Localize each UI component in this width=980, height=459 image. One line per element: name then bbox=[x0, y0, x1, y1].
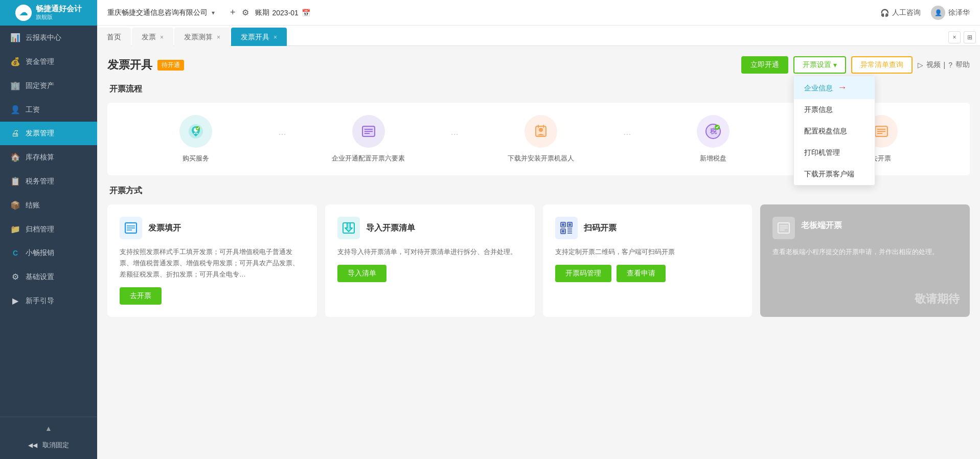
qr-manage-btn[interactable]: 开票码管理 bbox=[555, 265, 611, 282]
logo-area: ☁ 畅捷通好会计 旗舰版 bbox=[0, 0, 97, 26]
svg-rect-29 bbox=[568, 223, 571, 226]
new-guide-icon: ▶ bbox=[10, 296, 20, 306]
scan-btns: 开票码管理 查看申请 bbox=[555, 265, 740, 282]
tab-close-invoice[interactable]: × bbox=[160, 34, 164, 41]
scan-title: 扫码开票 bbox=[584, 223, 617, 234]
user-menu[interactable]: 👤 徐泽华 bbox=[931, 6, 970, 20]
sidebar-item-report-sales[interactable]: C 小畅报销 bbox=[0, 241, 97, 265]
cancel-fixed-label: 取消固定 bbox=[42, 441, 69, 450]
calendar-icon[interactable]: 📅 bbox=[302, 9, 310, 17]
settings-btn[interactable]: 开票设置 ▾ bbox=[793, 56, 846, 74]
dropdown-item-tax-disk[interactable]: 配置税盘信息 bbox=[794, 121, 875, 142]
flow-step-3-icon bbox=[525, 115, 557, 148]
tab-close-invoice-issue[interactable]: × bbox=[274, 34, 277, 41]
cancel-fixed-btn[interactable]: ◀◀ 取消固定 bbox=[0, 435, 97, 455]
sidebar-item-new-guide[interactable]: ▶ 新手引导 bbox=[0, 289, 97, 313]
tab-invoice-calc[interactable]: 发票测算 × bbox=[174, 28, 230, 46]
sidebar-item-tax-mgmt[interactable]: 📋 税务管理 bbox=[0, 169, 97, 193]
app-edition: 旗舰版 bbox=[36, 13, 82, 21]
activate-btn[interactable]: 立即开通 bbox=[741, 56, 788, 74]
sidebar-item-label: 归档管理 bbox=[26, 225, 54, 234]
flow-step-1-icon bbox=[179, 115, 212, 148]
flow-step-3-label: 下载并安装开票机器人 bbox=[508, 154, 574, 163]
status-badge: 待开通 bbox=[157, 60, 184, 71]
tab-close-invoice-calc[interactable]: × bbox=[217, 34, 220, 41]
import-btn[interactable]: 导入清单 bbox=[337, 265, 386, 282]
sidebar-item-accounting[interactable]: 📦 结账 bbox=[0, 193, 97, 217]
sidebar-item-invoice-mgmt[interactable]: 🖨 发票管理 bbox=[0, 122, 97, 145]
video-play-icon[interactable]: ▷ bbox=[918, 61, 923, 69]
flow-step-1-label: 购买服务 bbox=[183, 154, 209, 163]
sidebar-item-archive[interactable]: 📁 归档管理 bbox=[0, 217, 97, 241]
archive-icon: 📁 bbox=[10, 224, 20, 234]
flow-arrow-2: ··· bbox=[447, 129, 463, 140]
dropdown-item-company-info[interactable]: 企业信息 → bbox=[794, 76, 875, 99]
sidebar-item-basic-settings[interactable]: ⚙ 基础设置 bbox=[0, 265, 97, 289]
company-name: 重庆畅捷交通信息咨询有限公司 bbox=[107, 8, 208, 17]
invoice-mgmt-icon: 🖨 bbox=[10, 129, 20, 138]
flow-arrow-3: ··· bbox=[619, 129, 635, 140]
page-content: 发票开具 待开通 立即开通 开票设置 ▾ 企业信息 bbox=[97, 46, 980, 459]
add-company-btn[interactable]: + bbox=[230, 7, 236, 18]
flow-step-2: 企业开通配置开票六要素 bbox=[290, 115, 446, 163]
boss-desc: 查看老板端小程序提交的开票申请，并作出相应的处理。 bbox=[772, 246, 958, 258]
billing-card-scan: 扫码开票 支持定制开票二维码，客户端可扫码开票 开票码管理 查看申请 bbox=[543, 204, 753, 317]
sidebar-item-label: 发票管理 bbox=[26, 129, 54, 138]
page-title-area: 发票开具 待开通 bbox=[107, 57, 184, 73]
app-name: 畅捷通好会计 bbox=[36, 4, 82, 13]
billing-card-import-header: 导入开票清单 bbox=[337, 217, 522, 239]
sidebar-item-fund-mgmt[interactable]: 💰 资金管理 bbox=[0, 50, 97, 74]
view-apply-btn[interactable]: 查看申请 bbox=[617, 265, 666, 282]
billing-card-scan-header: 扫码开票 bbox=[555, 217, 740, 239]
flow-step-4: 税 新增税盘 bbox=[635, 115, 791, 163]
flow-step-4-icon: 税 bbox=[697, 115, 730, 148]
settings-icon[interactable]: ⚙ bbox=[242, 8, 249, 17]
sidebar-item-label: 小畅报销 bbox=[26, 248, 54, 258]
billing-card-import: 导入开票清单 支持导入待开票清单，可对待开票清单进行拆分、合并处理。 导入清单 bbox=[325, 204, 535, 317]
manual-go-btn[interactable]: 去开票 bbox=[120, 287, 162, 305]
manual-invoice-icon bbox=[120, 217, 142, 239]
boss-invoice-icon bbox=[772, 217, 795, 239]
company-dropdown-icon[interactable]: ▾ bbox=[212, 9, 215, 16]
billing-card-manual: 发票填开 支持按照发票样式手工填开发票；可开具增值税电子普通发票、增值税普通发票… bbox=[107, 204, 317, 317]
cloud-report-icon: 📊 bbox=[10, 33, 20, 42]
top-right: 🎧 人工咨询 👤 徐泽华 bbox=[880, 6, 980, 20]
import-title: 导入开票清单 bbox=[366, 223, 415, 234]
settings-dropdown: 企业信息 → 开票信息 配置税盘信息 打印机管理 bbox=[793, 76, 875, 186]
dropdown-item-printer[interactable]: 打印机管理 bbox=[794, 142, 875, 164]
dropdown-item-download-client[interactable]: 下载开票客户端 bbox=[794, 164, 875, 185]
billing-section: 开票方式 发票填开 支持按照发票样式手工填开发票；可开具增值税电子普通发票、增值… bbox=[107, 186, 970, 317]
abnormal-list-btn[interactable]: 异常清单查询 bbox=[851, 56, 913, 74]
flow-step-2-icon bbox=[352, 115, 385, 148]
tab-invoice-issue[interactable]: 发票开具 × bbox=[231, 28, 287, 46]
sidebar-item-label: 云报表中心 bbox=[26, 33, 61, 42]
user-name: 徐泽华 bbox=[948, 8, 970, 17]
period-area: 账期 2023-01 📅 bbox=[255, 8, 310, 17]
red-arrow-icon: → bbox=[837, 82, 847, 93]
fund-mgmt-icon: 💰 bbox=[10, 57, 20, 66]
accounting-icon: 📦 bbox=[10, 200, 20, 210]
tab-close-all-btn[interactable]: × bbox=[948, 31, 961, 43]
sidebar-item-label: 新手引导 bbox=[26, 296, 54, 306]
logo-icon: ☁ bbox=[15, 5, 32, 21]
sidebar-item-inventory[interactable]: 🏠 库存核算 bbox=[0, 145, 97, 169]
sidebar-item-label: 库存核算 bbox=[26, 153, 54, 162]
user-avatar: 👤 bbox=[931, 6, 945, 20]
help-area: ▷ 视频 | ? 帮助 bbox=[918, 60, 970, 70]
tab-home[interactable]: 首页 bbox=[97, 28, 131, 46]
page-title: 发票开具 bbox=[107, 57, 152, 73]
import-invoice-icon bbox=[337, 217, 360, 239]
sidebar-scroll-up[interactable]: ▲ bbox=[0, 421, 97, 435]
tab-invoice[interactable]: 发票 × bbox=[132, 28, 173, 46]
tab-bar: 首页 发票 × 发票测算 × 发票开具 × × ⊞ bbox=[97, 26, 980, 46]
sidebar-item-fixed-assets[interactable]: 🏢 固定资产 bbox=[0, 74, 97, 98]
dropdown-item-invoice-info[interactable]: 开票信息 bbox=[794, 99, 875, 121]
flow-step-3: 下载并安装开票机器人 bbox=[463, 115, 619, 163]
tab-fullscreen-btn[interactable]: ⊞ bbox=[964, 31, 976, 43]
consultant-btn[interactable]: 🎧 人工咨询 bbox=[880, 8, 921, 17]
billing-card-boss-header: 老板端开票 bbox=[772, 217, 958, 239]
sidebar-item-salary[interactable]: 👤 工资 bbox=[0, 98, 97, 122]
boss-title: 老板端开票 bbox=[801, 220, 842, 231]
company-area[interactable]: 重庆畅捷交通信息咨询有限公司 ▾ bbox=[97, 8, 225, 17]
sidebar-item-cloud-report[interactable]: 📊 云报表中心 bbox=[0, 26, 97, 50]
